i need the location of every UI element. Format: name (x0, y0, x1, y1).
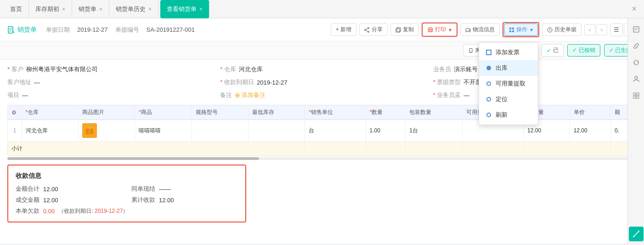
row-package-qty: 1台 (406, 120, 462, 142)
subtotal-row: 小计 (8, 142, 636, 156)
doc-header: 销货单 单据日期 2019-12-27 单据编号 SA-20191227-001… (0, 18, 644, 41)
same-order-settlement-value: —— (159, 186, 171, 193)
confirm-button[interactable]: ✓ 已 (542, 44, 564, 57)
total-amount-label: 金额合计 (16, 185, 40, 193)
available-qty-icon (486, 80, 492, 87)
refresh-icon (486, 112, 492, 118)
window-close-button[interactable]: × (628, 4, 640, 14)
total-amount-value: 12.00 (43, 186, 58, 193)
subtotal-unit (305, 142, 366, 156)
warehouse-field: 仓库 河北仓库 (220, 65, 424, 74)
tab-inventory[interactable]: 库存期初 × (29, 0, 72, 18)
form-area: 客户 柳州粤港平安气体有限公司 仓库 河北仓库 业务员 演示账号 客户地址 — … (0, 60, 644, 105)
ops-dropdown-menu: 添加发票 出库 可用量提取 定位 (479, 42, 538, 125)
print-icon (428, 27, 433, 33)
svg-point-5 (365, 29, 366, 30)
subtotal-package (406, 142, 462, 156)
print-button[interactable]: 打印 ▾ (423, 24, 456, 35)
copy-button[interactable]: 复制 (390, 23, 419, 36)
cumulative-payment-value: 12.00 (159, 197, 174, 204)
settings-col-header[interactable]: ⚙ (8, 105, 22, 120)
phone-icon (469, 48, 473, 53)
tab-sales-history[interactable]: 销货单历史 × (109, 0, 158, 18)
svg-rect-17 (509, 28, 511, 29)
sidebar-note-icon[interactable] (629, 22, 644, 37)
svg-line-34 (633, 231, 639, 237)
sub-toolbar: 来自手机 未开票 ✓ 已 ✓ 已核销 ✓ 已生效 (0, 41, 644, 60)
subtotal-price (570, 142, 610, 156)
close-sales-tab[interactable]: × (99, 6, 102, 12)
next-doc-button[interactable]: › (596, 24, 607, 35)
row-min-stock (248, 120, 305, 142)
min-stock-col-header: 最低库存 (248, 105, 305, 120)
product-table: ⚙ *仓库 商品图片 *商品 规格型号 最低库存 *销售单位 *数量 包装数量 … (8, 105, 636, 156)
current-due-value: 0.00 (43, 208, 55, 215)
main-content: 销货单 单据日期 2019-12-27 单据编号 SA-20191227-001… (0, 18, 644, 244)
dropdown-outbound[interactable]: 出库 (479, 60, 538, 76)
sidebar-grid-icon[interactable] (629, 88, 644, 103)
address-field: 客户地址 — (7, 78, 211, 86)
doc-title: 销货单 (7, 26, 37, 34)
due-date-value: 2019-12-27 (257, 79, 288, 86)
dropdown-available-qty[interactable]: 可用量提取 (479, 76, 538, 91)
horizontal-scrollbar[interactable] (7, 157, 637, 160)
svg-line-7 (366, 28, 367, 29)
sidebar-link-icon[interactable] (629, 39, 644, 53)
locate-icon (486, 96, 492, 103)
number-value: SA-20191227-001 (147, 26, 195, 33)
ops-icon (509, 27, 514, 33)
add-note-button[interactable]: ⊕ 添加备注 (235, 91, 266, 99)
dropdown-refresh[interactable]: 刷新 (479, 107, 538, 123)
due-date-field: 收款到期日 2019-12-27 (220, 78, 424, 86)
sidebar-refresh-icon[interactable] (629, 55, 644, 70)
unit-price-col-header: 单价 (570, 105, 610, 120)
svg-rect-13 (429, 30, 432, 32)
close-view-sales-tab[interactable]: × (199, 6, 203, 12)
product-table-container: ⚙ *仓库 商品图片 *商品 规格型号 最低库存 *销售单位 *数量 包装数量 … (7, 105, 637, 156)
svg-rect-26 (633, 27, 639, 32)
history-button[interactable]: 历史单据 (542, 23, 582, 36)
share-button[interactable]: 分享 (359, 23, 388, 36)
svg-rect-31 (637, 93, 639, 95)
list-view-button[interactable]: ☰ (610, 23, 623, 36)
project-value: — (22, 92, 28, 99)
row-quantity: 1.00 (366, 120, 406, 142)
row-product-img (78, 120, 135, 142)
tab-home[interactable]: 首页 (4, 0, 29, 18)
row-product: 嘻嘻嘻嘻 (135, 120, 192, 142)
svg-rect-33 (637, 96, 639, 98)
sidebar-user-icon[interactable] (629, 72, 644, 86)
checked-status-button[interactable]: ✓ 已核销 (567, 44, 600, 57)
warehouse-value: 河北仓库 (239, 65, 263, 74)
total-amount-row: 金额合计 12.00 (16, 185, 122, 193)
transaction-amount-label: 成交金额 (16, 196, 40, 204)
tab-bar: 首页 库存期初 × 销货单 × 销货单历史 × 查看销货单 × × (0, 0, 644, 18)
new-button[interactable]: + 新增 (331, 23, 356, 36)
ops-button[interactable]: 操作 ▾ (504, 23, 538, 36)
sidebar-expand-icon[interactable] (629, 227, 644, 241)
close-sales-history-tab[interactable]: × (148, 6, 152, 12)
spec-col-header: 规格型号 (192, 105, 248, 120)
svg-rect-14 (466, 28, 469, 31)
subtotal-available (462, 142, 524, 156)
logistics-button[interactable]: 物流信息 (460, 23, 500, 36)
row-sales-unit: 台 (305, 120, 366, 142)
current-due-row: 本单欠款 0.00 （收款到期日: 2019-12-27） (16, 207, 238, 215)
prev-doc-button[interactable]: ‹ (584, 24, 595, 35)
dropdown-locate[interactable]: 定位 (479, 91, 538, 107)
dropdown-add-invoice[interactable]: 添加发票 (479, 45, 538, 60)
scroll-thumb (7, 157, 259, 160)
ticket-type-label: 票据类型 (433, 78, 461, 86)
package-qty-col-header: 包装数量 (406, 105, 462, 120)
tab-view-sales[interactable]: 查看销货单 × (160, 0, 209, 18)
customer-label: 客户 (7, 65, 23, 74)
sales-unit-col-header: *销售单位 (305, 105, 366, 120)
svg-line-8 (366, 30, 367, 31)
svg-point-4 (368, 27, 369, 28)
close-inventory-tab[interactable]: × (62, 6, 65, 12)
print-highlight-box: 打印 ▾ (422, 23, 458, 37)
project-field: 项目 — (7, 91, 211, 99)
tab-sales[interactable]: 销货单 × (72, 0, 109, 18)
number-label: 单据编号 (115, 26, 139, 34)
row-spec (192, 120, 248, 142)
